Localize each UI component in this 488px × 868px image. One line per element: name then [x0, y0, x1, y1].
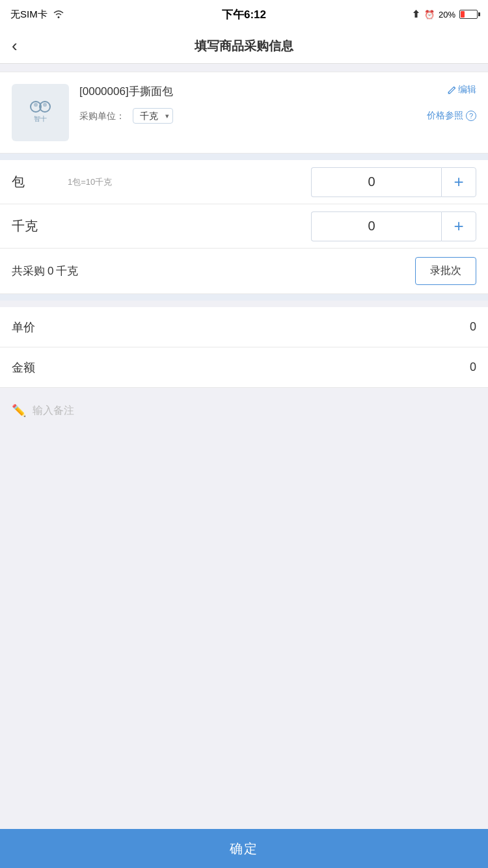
svg-point-3 [43, 103, 47, 107]
battery-percent: 20% [439, 10, 455, 20]
product-name-row: [0000006]手撕面包 编辑 [79, 84, 476, 99]
notes-section[interactable]: ✏️ 输入备注 [0, 388, 488, 433]
bag-quantity-input[interactable] [311, 167, 441, 197]
product-card: 智十 [0000006]手撕面包 编辑 采购单位： 千克 [0, 72, 488, 154]
product-info: [0000006]手撕面包 编辑 采购单位： 千克 包 [79, 84, 476, 124]
input-section: 包 1包=10千克 + 千克 + [0, 160, 488, 249]
total-prefix: 共采购 [12, 264, 45, 278]
kg-controls: + [311, 211, 476, 241]
record-batch-button[interactable]: 录批次 [415, 257, 476, 285]
total-unit: 千克 [56, 264, 78, 278]
wifi-icon [53, 9, 64, 20]
status-bar: 无SIM卡 下午6:12 ⏰ 20% [0, 0, 488, 29]
kg-input-row: 千克 + [0, 204, 488, 249]
svg-text:智十: 智十 [34, 115, 47, 122]
kg-label: 千克 [12, 217, 64, 235]
section-divider-1 [0, 154, 488, 160]
status-time: 下午6:12 [222, 7, 266, 22]
unit-price-row: 单价 0 [0, 307, 488, 347]
pencil-icon: ✏️ [12, 403, 26, 418]
product-name: [0000006]手撕面包 [79, 84, 173, 99]
amount-value: 0 [470, 360, 476, 374]
unit-selector[interactable]: 采购单位： 千克 包 [79, 108, 173, 124]
total-row: 共采购 0 千克 录批次 [0, 249, 488, 294]
edit-button[interactable]: 编辑 [448, 84, 476, 96]
location-icon [412, 9, 420, 20]
price-ref-button[interactable]: 价格参照 ? [427, 110, 476, 122]
bag-label: 包 [12, 173, 64, 191]
bag-sublabel: 1包=10千克 [68, 176, 112, 188]
price-section: 单价 0 金额 0 [0, 307, 488, 388]
svg-point-2 [34, 103, 38, 107]
page-title: 填写商品采购信息 [195, 38, 293, 55]
main-spacer [0, 433, 488, 829]
product-unit-row: 采购单位： 千克 包 价格参照 ? [79, 108, 476, 124]
kg-plus-button[interactable]: + [441, 211, 476, 241]
alarm-icon: ⏰ [424, 10, 435, 20]
unit-price-label: 单价 [12, 319, 35, 335]
product-logo: 智十 [24, 98, 57, 127]
back-button[interactable]: ‹ [12, 36, 18, 56]
bag-input-row: 包 1包=10千克 + [0, 160, 488, 204]
carrier-text: 无SIM卡 [10, 8, 47, 21]
unit-select[interactable]: 千克 包 [133, 108, 173, 124]
section-divider-2 [0, 294, 488, 301]
total-value: 0 [47, 265, 53, 278]
bag-plus-button[interactable]: + [441, 167, 476, 197]
help-icon: ? [466, 111, 476, 121]
battery-icon [459, 10, 478, 19]
nav-bar: ‹ 填写商品采购信息 [0, 29, 488, 64]
amount-label: 金额 [12, 360, 35, 375]
confirm-button[interactable]: 确定 [0, 829, 488, 868]
status-left: 无SIM卡 [10, 8, 64, 21]
amount-row: 金额 0 [0, 347, 488, 388]
bag-controls: + [311, 167, 476, 197]
notes-placeholder: 输入备注 [33, 404, 74, 418]
unit-price-value: 0 [470, 320, 476, 334]
product-image: 智十 [12, 84, 69, 141]
status-right: ⏰ 20% [412, 9, 478, 20]
kg-quantity-input[interactable] [311, 211, 441, 241]
unit-label: 采购单位： [79, 111, 125, 121]
